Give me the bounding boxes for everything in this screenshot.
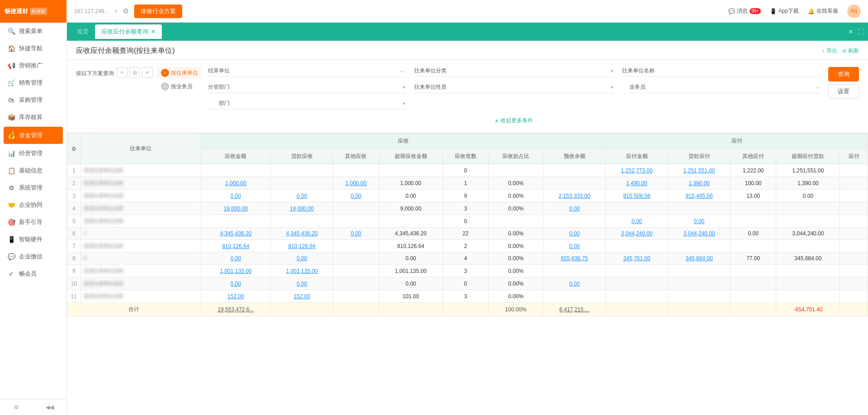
ar-loan[interactable]: 1,001,135.00 — [271, 265, 333, 277]
ar-amount[interactable]: 1,001,135.00 — [201, 265, 271, 277]
export-icon: ↑ — [822, 48, 825, 54]
ar-loan[interactable]: 810,126.64 — [271, 240, 333, 253]
ar-prepay[interactable]: 0.00 — [543, 228, 606, 240]
ap-loan[interactable]: 345,684.00 — [668, 253, 731, 265]
sidebar-item-guide[interactable]: 🎯 新手引导 — [0, 214, 66, 231]
app-download-button[interactable]: 📱 App下载 — [770, 7, 799, 15]
field-department-input[interactable] — [235, 100, 401, 107]
ar-prepay[interactable]: 655,636.75 — [543, 253, 606, 265]
department-dropdown-icon[interactable]: ▾ — [403, 101, 405, 106]
sidebar-item-finance[interactable]: 💰 资金管理 — [4, 127, 63, 144]
field-dept-input[interactable] — [235, 84, 401, 91]
online-service-button[interactable]: 🔔 在线客服 — [808, 7, 838, 15]
setting-button[interactable]: 设置 — [828, 84, 859, 99]
collapse-bar[interactable]: ∧ 收起更多条件 — [206, 114, 821, 127]
scheme-byunit[interactable]: ⊙ 按往来单位 — [157, 67, 202, 79]
ar-loan[interactable]: 0.00 — [271, 277, 333, 290]
field-settlement-input[interactable] — [235, 68, 398, 74]
ap-amount[interactable]: 0.00 — [606, 215, 668, 228]
tab-close-icon[interactable]: ✕ — [151, 29, 156, 35]
ap-amount[interactable]: 1,252,773.00 — [606, 164, 668, 177]
ar-amount[interactable]: 18,000.00 — [201, 202, 271, 215]
window-close-icon[interactable]: ✕ — [848, 28, 854, 35]
ar-amount[interactable]: 0.00 — [201, 190, 271, 202]
salesperson-dots-icon[interactable]: ··· — [816, 84, 821, 91]
header-gear-icon[interactable]: ⚙ — [123, 7, 129, 15]
sidebar-item-wechat[interactable]: 💬 企业微信 — [0, 248, 66, 265]
ap-loan[interactable]: 1,390.00 — [668, 177, 731, 190]
ar-loan[interactable]: 18,000.00 — [271, 202, 333, 215]
ar-prepay[interactable]: 0.00 — [543, 277, 606, 290]
sidebar-item-hardware[interactable]: 📱 智能硬件 — [0, 231, 66, 248]
partner-nature-dropdown-icon[interactable]: ▾ — [611, 85, 613, 90]
dept-dropdown-icon[interactable]: ▾ — [403, 85, 405, 90]
settlement-dots-icon[interactable]: ··· — [400, 67, 405, 75]
sidebar-item-system[interactable]: ⚙ 系统管理 — [0, 179, 66, 196]
sidebar-item-sales[interactable]: 🛒 销售管理 — [0, 74, 66, 91]
user-avatar[interactable]: Rit — [847, 5, 861, 18]
sidebar-item-inventory[interactable]: 📦 库存核算 — [0, 109, 66, 126]
filter-main: 按以下方案查询 + ◎ « ⊙ 按往来单位 ◷ 按业务员 — [76, 65, 859, 127]
ar-amount[interactable]: 1,000.00 — [201, 177, 271, 190]
add-filter-button[interactable]: + — [117, 67, 127, 78]
ar-prepay[interactable]: 2,153,333.00 — [543, 190, 606, 202]
ar-amount[interactable]: 4,345,436.20 — [201, 228, 271, 240]
ar-amount[interactable]: 152.00 — [201, 290, 271, 303]
ap-loan[interactable]: 0.00 — [668, 215, 731, 228]
ar-loan[interactable]: 4,345,436.20 — [271, 228, 333, 240]
table-container[interactable]: ⚙ 往来单位 应收 应付 应收金额 贷款应收 其他应收 超期应收金额 应收笔数 … — [67, 133, 868, 415]
sidebar-item-corp[interactable]: 🤝 企业协同 — [0, 196, 66, 214]
sidebar-settings-button[interactable]: ⚙ — [0, 400, 33, 415]
sidebar-item-marketing[interactable]: 📢 营销推广 — [0, 57, 66, 74]
sidebar-item-basic[interactable]: 📋 基础信息 — [0, 162, 66, 179]
ap-amount[interactable]: 1,490.00 — [606, 177, 668, 190]
ar-loan[interactable]: 0.00 — [271, 190, 333, 202]
ar-other[interactable]: 0.00 — [333, 228, 379, 240]
ap-loan[interactable]: 3,044,240.00 — [668, 228, 731, 240]
sidebar-item-search[interactable]: 🔍 搜索菜单 — [0, 23, 66, 40]
field-partner-name-input[interactable] — [660, 68, 821, 74]
ar-prepay[interactable]: 0.00 — [543, 240, 606, 253]
refresh-button[interactable]: ↺ 刷新 — [842, 47, 859, 55]
query-button[interactable]: 查询 — [828, 67, 859, 81]
ar-loan[interactable]: 152.00 — [271, 290, 333, 303]
ap-amount[interactable]: 345,761.00 — [606, 253, 668, 265]
table-row: 8P0.000.000.0040.00%655,636.75345,761.00… — [67, 253, 868, 265]
field-partner-nature-input[interactable] — [452, 84, 609, 91]
sidebar-item-quicknav[interactable]: 🏠 快捷导航 — [0, 40, 66, 57]
sidebar-item-purchase[interactable]: 🛍 采购管理 — [0, 91, 66, 109]
ar-loan[interactable]: 0.00 — [271, 253, 333, 265]
export-button[interactable]: ↑ 导出 — [822, 47, 837, 55]
tab-home[interactable]: 首页 — [71, 24, 95, 39]
ar-amount[interactable]: 0.00 — [201, 277, 271, 290]
summary-ar-prepay[interactable]: 6,417,215.... — [543, 303, 606, 316]
ap-amount[interactable]: 3,044,240.00 — [606, 228, 668, 240]
sidebar-item-member[interactable]: ✓ 畅会员 — [0, 265, 66, 282]
filter-options-button[interactable]: ◎ — [129, 67, 140, 78]
partner-name: 某某往来单位名称 — [81, 177, 201, 190]
ar-amount[interactable]: 0.00 — [201, 253, 271, 265]
solution-button[interactable]: 体验行业方案 — [134, 5, 182, 18]
collapse-filter-button[interactable]: « — [142, 67, 153, 78]
ar-count: 0 — [443, 215, 488, 228]
ap-loan[interactable]: 915,495.56 — [668, 190, 731, 202]
scheme-bystaff[interactable]: ◷ 按业务员 — [157, 81, 202, 92]
window-expand-icon[interactable]: ⛶ — [858, 28, 864, 35]
summary-ar-amount[interactable]: 19,553,472,6... — [201, 303, 271, 316]
ar-amount[interactable]: 810,126.64 — [201, 240, 271, 253]
tab-arquery[interactable]: 应收应付余额查询 ✕ — [95, 24, 162, 39]
ap-amount[interactable]: 915,508.56 — [606, 190, 668, 202]
col-settings[interactable]: ⚙ — [67, 134, 81, 164]
sidebar-collapse-button[interactable]: ◀◀ — [33, 400, 67, 415]
ar-other[interactable]: 1,000.00 — [333, 177, 379, 190]
ar-prepay[interactable]: 0.00 — [543, 202, 606, 215]
field-salesperson-input[interactable] — [651, 84, 814, 91]
partner-category-dropdown-icon[interactable]: ▾ — [611, 68, 613, 73]
ar-other[interactable]: 0.00 — [333, 190, 379, 202]
field-partner-category-input[interactable] — [452, 68, 609, 74]
sidebar-item-operation[interactable]: 📊 经营管理 — [0, 145, 66, 162]
ap-other: 0.00 — [731, 228, 776, 240]
messages-button[interactable]: 💬 消息 99+ — [728, 7, 761, 15]
ap-loan[interactable]: 1,251,551.00 — [668, 164, 731, 177]
ar-prepay — [543, 164, 606, 177]
